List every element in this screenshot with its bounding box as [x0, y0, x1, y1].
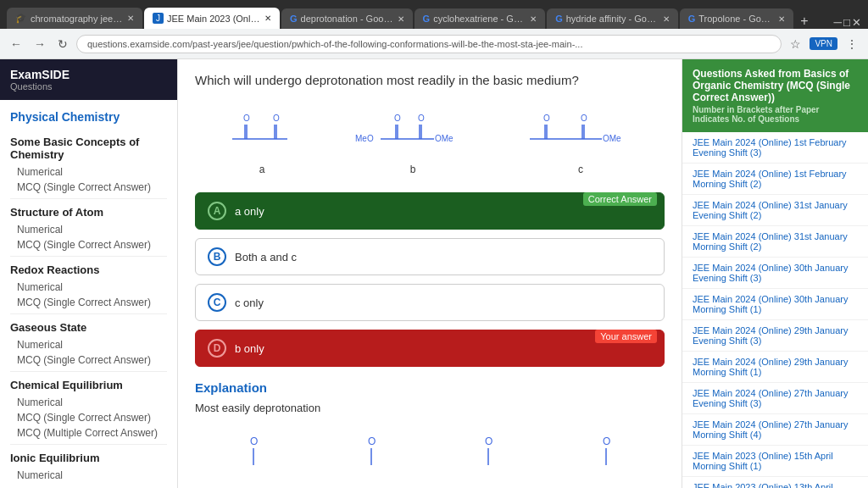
menu-button[interactable]: ⋮ — [843, 36, 861, 53]
svg-text:MeO: MeO — [355, 134, 374, 143]
molecule-c: O O OMe c — [521, 101, 640, 175]
right-panel-item-9[interactable]: JEE Main 2024 (Online) 27th January Morn… — [682, 414, 868, 446]
right-panel-item-5[interactable]: JEE Main 2024 (Online) 30th January Morn… — [682, 289, 868, 320]
sidebar-item-mcq-5[interactable]: MCQ (Single Correct Answer) — [10, 410, 167, 425]
tab-label: Tropolone - Google Search — [698, 14, 775, 24]
sidebar-category-gaseous[interactable]: Gaseous State — [10, 318, 167, 337]
app-title: ExamSIDE — [10, 68, 167, 81]
right-panel-item-3[interactable]: JEE Main 2024 (Online) 31st January Morn… — [682, 226, 868, 258]
vpn-button[interactable]: VPN — [810, 37, 837, 50]
sidebar-item-numerical-6[interactable]: Numerical — [10, 468, 167, 483]
right-panel-item-8[interactable]: JEE Main 2024 (Online) 27th January Even… — [682, 383, 868, 414]
address-bar-row: ← → ↻ questions.examside.com/past-years/… — [0, 29, 868, 59]
tab-close-icon[interactable]: ✕ — [778, 14, 785, 24]
molecule-a-svg: O O — [220, 101, 304, 160]
svg-text:O: O — [485, 435, 492, 447]
right-panel-item-7[interactable]: JEE Main 2024 (Online) 29th January Morn… — [682, 352, 868, 383]
svg-text:OMe: OMe — [603, 134, 621, 143]
minimize-button[interactable]: ─ — [833, 16, 841, 29]
right-panel-header: Questions Asked from Basics of Organic C… — [682, 59, 868, 132]
sidebar-item-mcq-1[interactable]: MCQ (Single Correct Answer) — [10, 180, 167, 195]
molecule-b-svg: MeO O O OMe — [353, 101, 472, 160]
option-a[interactable]: Correct Answer A a only — [195, 192, 665, 230]
option-c[interactable]: C c only — [195, 284, 665, 321]
sidebar-category-structure[interactable]: Structure of Atom — [10, 202, 167, 222]
tab-favicon: 🎓 — [15, 13, 27, 24]
right-panel: Questions Asked from Basics of Organic C… — [682, 59, 868, 488]
sidebar-item-mcq-multiple-1[interactable]: MCQ (Multiple Correct Answer) — [10, 425, 167, 441]
right-panel-item-11[interactable]: JEE Main 2023 (Online) 13th April Evenin… — [682, 477, 868, 488]
sidebar-item-numerical-4[interactable]: Numerical — [10, 337, 167, 352]
sidebar-item-numerical-3[interactable]: Numerical — [10, 280, 167, 295]
tab-jee-main[interactable]: J JEE Main 2023 (Online) 25t... ✕ — [144, 8, 280, 29]
right-panel-item-10[interactable]: JEE Main 2023 (Online) 15th April Mornin… — [682, 446, 868, 477]
right-panel-item-6[interactable]: JEE Main 2024 (Online) 29th January Even… — [682, 320, 868, 352]
molecule-a: O O a — [220, 101, 304, 175]
sidebar-item-numerical-1[interactable]: Numerical — [10, 164, 167, 180]
address-bar[interactable]: questions.examside.com/past-years/jee/qu… — [76, 35, 782, 53]
sidebar-header: ExamSIDE Questions — [0, 59, 177, 100]
sidebar-category-some-basic[interactable]: Some Basic Concepts of Chemistry — [10, 132, 167, 164]
option-a-letter: A — [208, 202, 226, 220]
sidebar-category-physical-chemistry[interactable]: Physical Chemistry — [10, 107, 167, 127]
sidebar-item-numerical-5[interactable]: Numerical — [10, 395, 167, 410]
correct-badge: Correct Answer — [583, 192, 657, 206]
tab-cyclohexatriene[interactable]: G cyclohexatriene - Google Sear... ✕ — [415, 8, 546, 29]
sidebar-divider-1 — [10, 198, 167, 199]
sidebar-category-chemical-eq[interactable]: Chemical Equilibrium — [10, 375, 167, 395]
option-c-text: c only — [235, 297, 264, 309]
right-panel-list: JEE Main 2024 (Online) 1st February Even… — [682, 132, 868, 488]
reload-button[interactable]: ↻ — [54, 36, 71, 53]
tab-label: hydride affinity - Google Searc... — [566, 14, 659, 24]
sidebar-item-numerical-2[interactable]: Numerical — [10, 222, 167, 237]
molecule-c-svg: O O OMe — [521, 101, 640, 160]
new-tab-button[interactable]: + — [795, 14, 813, 29]
option-b-text: Both a and c — [235, 251, 297, 263]
sidebar-section: Physical Chemistry Some Basic Concepts o… — [0, 100, 177, 486]
option-d[interactable]: Your answer D b only — [195, 330, 665, 367]
sidebar-item-mcq-3[interactable]: MCQ (Single Correct Answer) — [10, 295, 167, 310]
right-panel-item-0[interactable]: JEE Main 2024 (Online) 1st February Even… — [682, 132, 868, 164]
molecule-diagrams: O O a MeO O O OMe — [195, 101, 665, 175]
right-panel-item-2[interactable]: JEE Main 2024 (Online) 31st January Even… — [682, 195, 868, 226]
svg-text:O: O — [418, 114, 425, 123]
forward-button[interactable]: → — [31, 36, 49, 53]
right-panel-sub: Number in Brackets after Paper Indicates… — [693, 105, 858, 124]
tab-close-icon[interactable]: ✕ — [264, 14, 271, 23]
tab-favicon: G — [423, 14, 431, 24]
sidebar-item-mcq-2[interactable]: MCQ (Single Correct Answer) — [10, 237, 167, 252]
content-area: Which will undergo deprotonation most re… — [178, 59, 682, 488]
svg-text:O: O — [250, 435, 258, 447]
tab-close-icon[interactable]: ✕ — [663, 14, 670, 24]
svg-text:O: O — [273, 114, 280, 123]
right-panel-item-4[interactable]: JEE Main 2024 (Online) 30th January Even… — [682, 258, 868, 289]
tab-close-icon[interactable]: ✕ — [398, 14, 404, 24]
svg-text:O: O — [368, 435, 376, 447]
close-window-button[interactable]: ✕ — [852, 16, 861, 29]
back-button[interactable]: ← — [7, 36, 25, 53]
sidebar-category-redox[interactable]: Redox Reactions — [10, 260, 167, 280]
sidebar-item-mcq-4[interactable]: MCQ (Single Correct Answer) — [10, 352, 167, 368]
tab-favicon: G — [555, 14, 563, 24]
sidebar-divider-5 — [10, 444, 167, 445]
wrong-badge: Your answer — [595, 330, 657, 343]
tab-close-icon[interactable]: ✕ — [127, 14, 134, 23]
svg-text:OMe: OMe — [435, 134, 453, 143]
tab-tropolone[interactable]: G Tropolone - Google Search ✕ — [680, 8, 794, 29]
sidebar-category-ionic-eq[interactable]: Ionic Equilibrium — [10, 448, 167, 468]
tab-hydride[interactable]: G hydride affinity - Google Searc... ✕ — [547, 8, 678, 29]
tab-deprotonation[interactable]: G deprotonation - Google Search ✕ — [281, 8, 413, 29]
browser-tabs: 🎓 chromatography jee mains -... ✕ J JEE … — [0, 0, 868, 29]
tab-chromatography[interactable]: 🎓 chromatography jee mains -... ✕ — [7, 8, 142, 29]
option-b-letter: B — [208, 247, 226, 266]
tab-label: deprotonation - Google Search — [301, 14, 394, 24]
tab-close-icon[interactable]: ✕ — [530, 14, 537, 24]
sidebar-divider-4 — [10, 371, 167, 372]
right-panel-item-1[interactable]: JEE Main 2024 (Online) 1st February Morn… — [682, 164, 868, 195]
maximize-button[interactable]: □ — [843, 16, 850, 29]
explanation-molecules: O O O O — [195, 423, 665, 469]
molecule-a-label: a — [220, 164, 304, 175]
option-b[interactable]: B Both a and c — [195, 238, 665, 275]
explanation-text: Most easily deprotonation — [195, 402, 665, 414]
bookmark-button[interactable]: ☆ — [787, 36, 804, 53]
